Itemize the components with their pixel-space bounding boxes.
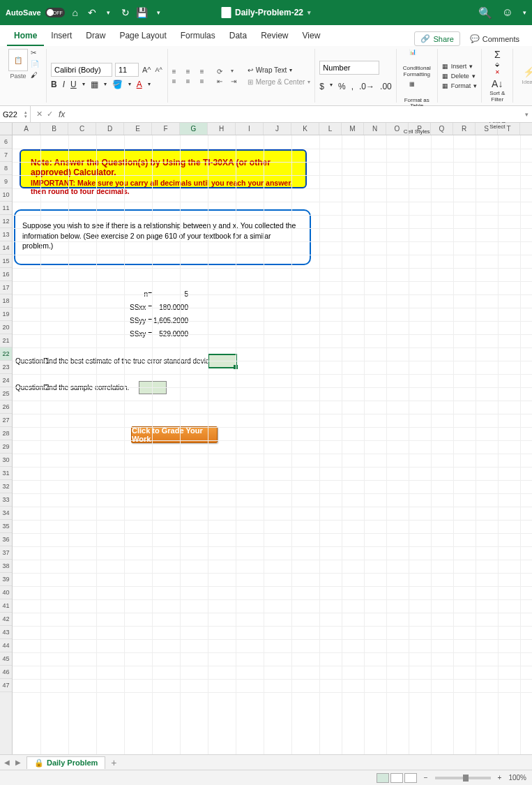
row-21[interactable]: 21 (0, 334, 12, 347)
col-H[interactable]: H (208, 123, 236, 135)
percent-button[interactable]: % (338, 82, 346, 91)
row-13[interactable]: 13 (0, 228, 12, 241)
col-Q[interactable]: Q (431, 123, 453, 135)
font-size-select[interactable] (115, 63, 139, 77)
col-R[interactable]: R (453, 123, 476, 135)
formula-input[interactable] (70, 106, 521, 122)
align-middle[interactable]: ≡ (186, 68, 196, 75)
row-18[interactable]: 18 (0, 294, 12, 308)
normal-view-button[interactable] (377, 773, 389, 783)
paste-button[interactable]: 📋 (8, 49, 28, 71)
row-23[interactable]: 23 (0, 361, 12, 374)
namebox-arrows[interactable]: ▴▾ (24, 110, 27, 119)
col-K[interactable]: K (291, 123, 319, 135)
row-34[interactable]: 34 (0, 507, 12, 520)
ideas-button[interactable]: ⚡Ideas (517, 66, 532, 85)
autosum-button[interactable]: Σ⬙✕ (486, 49, 508, 75)
row-20[interactable]: 20 (0, 321, 12, 334)
tab-pagelayout[interactable]: Page Layout (112, 28, 173, 46)
row-19[interactable]: 19 (0, 308, 12, 321)
zoom-value[interactable]: 100% (508, 774, 526, 782)
page-layout-view-button[interactable] (390, 773, 403, 783)
border-button[interactable]: ▦ (91, 80, 98, 89)
home-icon[interactable]: ⌂ (69, 6, 82, 19)
tab-view[interactable]: View (296, 28, 328, 46)
qat-more-icon[interactable]: ▾ (153, 6, 165, 19)
row-44[interactable]: 44 (0, 639, 12, 652)
row-42[interactable]: 42 (0, 613, 12, 626)
row-6[interactable]: 6 (0, 135, 12, 149)
row-10[interactable]: 10 (0, 188, 12, 202)
zoom-slider[interactable] (435, 777, 491, 779)
increase-font-icon[interactable]: A^ (142, 66, 152, 74)
align-center[interactable]: ≡ (186, 77, 196, 84)
row-15[interactable]: 15 (0, 255, 12, 268)
cells-canvas[interactable]: Note: Answer the Question(s) by Using th… (13, 135, 532, 754)
row-24[interactable]: 24 (0, 374, 12, 387)
row-14[interactable]: 14 (0, 241, 12, 255)
col-A[interactable]: A (13, 123, 40, 135)
tab-home[interactable]: Home (7, 28, 44, 46)
row-16[interactable]: 16 (0, 268, 12, 281)
font-color-button[interactable]: A (137, 80, 142, 89)
decrease-decimal[interactable]: .00 (380, 82, 392, 91)
row-22[interactable]: 22 (0, 347, 12, 361)
select-all-corner[interactable] (0, 123, 13, 135)
sheet-nav-prev[interactable]: ◀ (4, 758, 10, 766)
name-box[interactable]: G22 ▴▾ (0, 106, 31, 122)
insert-cells-button[interactable]: ▦ Insert ▾ (442, 63, 478, 70)
align-top[interactable]: ≡ (172, 68, 182, 75)
save-icon[interactable]: 💾 (136, 6, 149, 19)
row-9[interactable]: 9 (0, 175, 12, 188)
share-button[interactable]: 🔗Share (414, 31, 459, 46)
row-27[interactable]: 27 (0, 414, 12, 427)
sheet-tab-daily-problem[interactable]: 🔒 Daily Problem (26, 756, 105, 769)
col-F[interactable]: F (152, 123, 180, 135)
add-sheet-button[interactable]: + (111, 757, 116, 768)
font-color-dropdown[interactable]: ▾ (148, 81, 151, 87)
row-28[interactable]: 28 (0, 427, 12, 440)
wrap-text-button[interactable]: ↩Wrap Text▾ (248, 66, 311, 74)
underline-button[interactable]: U (70, 80, 77, 89)
zoom-in-button[interactable]: + (498, 774, 502, 782)
number-format-select[interactable] (319, 61, 379, 75)
currency-button[interactable]: $ (319, 82, 324, 91)
copy-icon[interactable]: 📄 (31, 60, 42, 70)
align-left[interactable]: ≡ (172, 77, 182, 84)
underline-dropdown[interactable]: ▾ (82, 81, 85, 87)
sheet-nav-next[interactable]: ▶ (15, 758, 21, 766)
row-17[interactable]: 17 (0, 281, 12, 294)
grid-area[interactable]: 6789101112131415161718192021222324252627… (0, 135, 532, 754)
row-46[interactable]: 46 (0, 666, 12, 679)
search-icon[interactable]: 🔍 (478, 6, 492, 20)
row-36[interactable]: 36 (0, 533, 12, 546)
row-43[interactable]: 43 (0, 626, 12, 639)
conditional-formatting-button[interactable]: 📊Conditional Formatting (401, 49, 433, 78)
row-39[interactable]: 39 (0, 573, 12, 586)
row-31[interactable]: 31 (0, 467, 12, 480)
fill-dropdown[interactable]: ▾ (128, 81, 131, 87)
row-30[interactable]: 30 (0, 454, 12, 467)
tab-formulas[interactable]: Formulas (174, 28, 222, 46)
row-41[interactable]: 41 (0, 599, 12, 613)
col-B[interactable]: B (40, 123, 68, 135)
row-38[interactable]: 38 (0, 560, 12, 573)
col-G[interactable]: G (180, 123, 208, 135)
bold-button[interactable]: B (51, 80, 57, 89)
row-45[interactable]: 45 (0, 652, 12, 666)
row-35[interactable]: 35 (0, 520, 12, 533)
refresh-icon[interactable]: ↻ (119, 6, 132, 19)
row-11[interactable]: 11 (0, 202, 12, 215)
tab-data[interactable]: Data (222, 28, 254, 46)
row-37[interactable]: 37 (0, 546, 12, 560)
col-C[interactable]: C (68, 123, 96, 135)
format-as-table-button[interactable]: ▦Format as Table (401, 81, 433, 110)
row-29[interactable]: 29 (0, 440, 12, 454)
comma-button[interactable]: , (351, 82, 354, 91)
format-painter-icon[interactable]: 🖌 (31, 71, 42, 81)
row-25[interactable]: 25 (0, 387, 12, 401)
col-I[interactable]: I (236, 123, 264, 135)
format-cells-button[interactable]: ▦ Format ▾ (442, 82, 478, 89)
emoji-icon[interactable]: ☺ (502, 6, 513, 19)
fill-color-button[interactable]: 🪣 (112, 80, 123, 89)
